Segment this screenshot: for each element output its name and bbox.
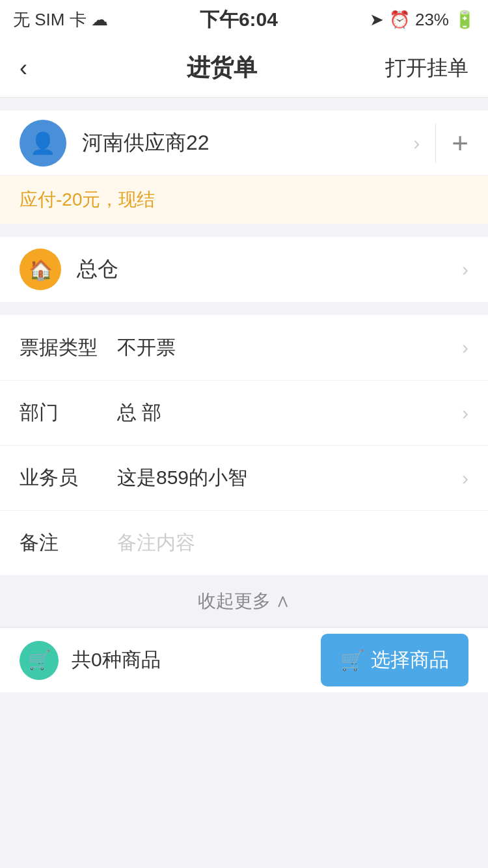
house-icon: 🏠 [29,258,53,281]
nav-bar: ‹ 进货单 打开挂单 [0,39,488,98]
battery-text: 23% [415,10,449,30]
add-supplier-button[interactable]: + [452,129,468,157]
gap-1 [0,98,488,111]
ticket-type-value: 不开票 [117,334,462,361]
gap-2 [0,224,488,237]
salesperson-value: 这是859的小智 [117,465,462,491]
department-label: 部门 [20,400,111,426]
product-count: 共0种商品 [72,647,321,673]
location-icon: ➤ [370,10,384,30]
department-chevron: › [462,402,468,424]
warehouse-section: 🏠 总仓 › [0,237,488,302]
signal-text: 无 SIM 卡 ☁ [13,8,108,31]
warehouse-chevron: › [462,258,468,280]
department-row[interactable]: 部门 总 部 › [0,380,488,445]
status-bar: 无 SIM 卡 ☁ 下午6:04 ➤ ⏰ 23% 🔋 [0,0,488,39]
supplier-chevron: › [413,132,420,154]
supplier-section: 👤 河南供应商22 › + 应付-20元，现结 [0,111,488,224]
gap-3 [0,302,488,315]
status-time: 下午6:04 [200,7,278,33]
alarm-icon: ⏰ [389,10,410,30]
status-right: ➤ ⏰ 23% 🔋 [370,10,475,30]
page-title: 进货单 [187,52,257,84]
avatar-icon: 👤 [30,131,56,156]
supplier-name: 河南供应商22 [82,129,413,157]
notice-bar: 应付-20元，现结 [0,176,488,224]
status-left: 无 SIM 卡 ☁ [13,8,108,31]
salesperson-row[interactable]: 业务员 这是859的小智 › [0,445,488,510]
open-pending-button[interactable]: 打开挂单 [385,54,468,83]
salesperson-chevron: › [462,467,468,489]
select-product-button[interactable]: 🛒 选择商品 [321,634,468,686]
supplier-row[interactable]: 👤 河南供应商22 › + [0,111,488,176]
avatar: 👤 [20,120,66,167]
battery-icon: 🔋 [454,10,475,30]
ticket-type-chevron: › [462,336,468,359]
department-value: 总 部 [117,400,462,426]
salesperson-label: 业务员 [20,465,111,491]
bottom-bar: 🛒 共0种商品 🛒 选择商品 [0,627,488,692]
select-btn-label: 选择商品 [371,647,449,673]
collapse-label: 收起更多 ∧ [198,589,291,614]
warehouse-row[interactable]: 🏠 总仓 › [0,237,488,302]
form-section: 票据类型 不开票 › 部门 总 部 › 业务员 这是859的小智 › 备注 备注… [0,315,488,575]
remark-input[interactable]: 备注内容 [117,530,468,556]
ticket-type-row[interactable]: 票据类型 不开票 › [0,315,488,380]
notice-text: 应付-20元，现结 [20,189,155,210]
remark-row[interactable]: 备注 备注内容 [0,510,488,575]
divider [435,124,436,163]
collapse-bar[interactable]: 收起更多 ∧ [0,575,488,627]
warehouse-name: 总仓 [77,255,462,284]
product-icon: 🛒 [20,641,59,680]
remark-label: 备注 [20,530,111,556]
select-icon: 🛒 [340,649,364,671]
cart-icon: 🛒 [28,649,51,671]
warehouse-icon: 🏠 [20,249,61,290]
back-button[interactable]: ‹ [20,55,59,82]
ticket-type-label: 票据类型 [20,334,111,361]
page-background [0,692,488,868]
